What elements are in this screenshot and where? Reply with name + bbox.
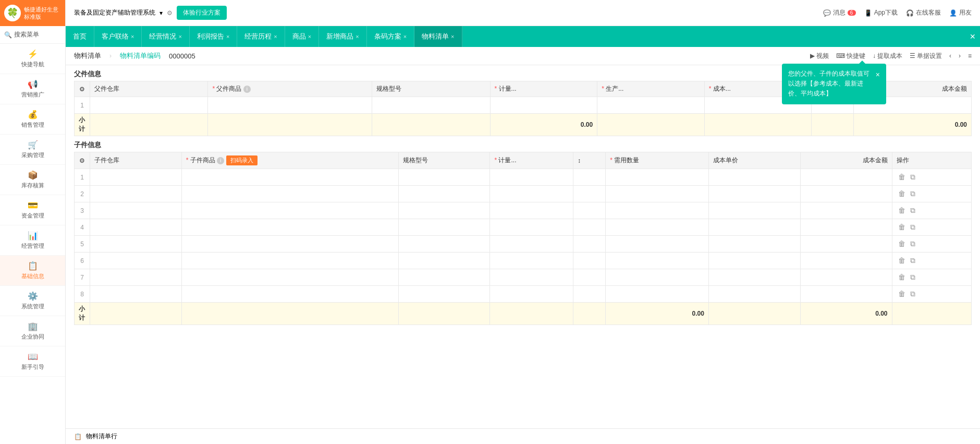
child-row-1-unit[interactable] [490,169,573,186]
child-row-2-unit-cost[interactable] [708,186,800,202]
child-row-2-product[interactable] [181,186,398,202]
child-row-7-unit[interactable] [490,269,573,286]
tab-close-bom[interactable]: × [451,33,454,40]
child-row-4-unit-cost[interactable] [708,219,800,236]
scan-input-btn[interactable]: 扫码录入 [226,155,258,165]
child-row-6-product[interactable] [181,253,398,269]
tab-add-goods[interactable]: 新增商品 × [319,26,366,47]
sidebar-item-basic-info[interactable]: 📋 基础信息 [0,256,65,286]
child-row-2-copy-btn[interactable]: ⧉ [909,189,917,198]
child-row-6-unit-cost[interactable] [708,253,800,269]
child-row-5-product[interactable] [181,236,398,253]
settings-icon[interactable]: ⚙ [167,9,173,17]
child-row-6-unit[interactable] [490,253,573,269]
online-service-btn[interactable]: 🎧 在线客服 [906,8,941,17]
child-row-3-unit[interactable] [490,202,573,219]
child-row-3-warehouse[interactable] [90,202,182,219]
message-btn[interactable]: 💬 消息 6 [823,8,856,17]
breadcrumb-parent[interactable]: 物料清单 [74,51,101,61]
child-row-5-unit[interactable] [490,236,573,253]
tab-goods[interactable]: 商品 × [285,26,319,47]
child-row-2-unit[interactable] [490,186,573,202]
single-setting-btn[interactable]: ☰ 单据设置 [910,52,942,61]
parent-row-1-unit[interactable] [490,97,597,114]
child-row-1-delete-btn[interactable]: 🗑 [897,173,907,181]
tab-customer[interactable]: 客户联络 × [94,26,142,47]
child-row-6-delete-btn[interactable]: 🗑 [897,256,907,265]
child-row-1-quantity[interactable] [606,169,709,186]
child-row-7-copy-btn[interactable]: ⧉ [909,273,917,281]
video-btn[interactable]: ▶ 视频 [810,52,829,61]
child-row-1-unit-cost[interactable] [708,169,800,186]
child-row-7-delete-btn[interactable]: 🗑 [897,273,907,281]
tab-close-profit[interactable]: × [226,33,229,40]
child-row-2-warehouse[interactable] [90,186,182,202]
tab-home[interactable]: 首页 [66,26,94,47]
sidebar-item-finance[interactable]: 💳 资金管理 [0,195,65,225]
child-row-8-unit-cost[interactable] [708,286,800,303]
prev-btn[interactable]: ‹ [949,52,951,59]
tab-close-operation-status[interactable]: × [178,33,181,40]
parent-product-info-icon[interactable]: i [243,86,251,93]
child-row-4-product[interactable] [181,219,398,236]
parent-row-1-warehouse[interactable] [90,97,208,114]
child-row-8-quantity[interactable] [606,286,709,303]
next-btn[interactable]: › [959,52,961,59]
child-product-info-icon[interactable]: i [217,157,224,164]
child-row-7-warehouse[interactable] [90,269,182,286]
sidebar-item-purchase[interactable]: 🛒 采购管理 [0,135,65,165]
child-row-4-unit[interactable] [490,219,573,236]
child-row-4-quantity[interactable] [606,219,709,236]
child-row-5-copy-btn[interactable]: ⧉ [909,239,917,248]
parent-row-1-spec[interactable] [372,97,490,114]
child-row-4-spec[interactable] [398,219,490,236]
child-row-1-product[interactable] [181,169,398,186]
parent-col-settings[interactable]: ⚙ [75,81,90,97]
tab-profit-report[interactable]: 利润报告 × [190,26,237,47]
search-menu[interactable]: 🔍 搜索菜单 [0,26,65,44]
sidebar-item-guide[interactable]: 📖 新手引导 [0,346,65,377]
child-row-8-delete-btn[interactable]: 🗑 [897,290,907,298]
child-row-2-spec[interactable] [398,186,490,202]
child-row-5-unit-cost[interactable] [708,236,800,253]
child-row-4-warehouse[interactable] [90,219,182,236]
parent-row-1-product[interactable] [208,97,372,114]
tab-operation-process[interactable]: 经营历程 × [237,26,285,47]
tab-close-barcode[interactable]: × [403,33,407,40]
child-row-6-quantity[interactable] [606,253,709,269]
sidebar-item-inventory[interactable]: 📦 库存核算 [0,165,65,195]
child-row-8-copy-btn[interactable]: ⧉ [909,290,917,298]
parent-row-1-production[interactable] [597,97,705,114]
tab-barcode[interactable]: 条码方案 × [367,26,414,47]
child-row-7-spec[interactable] [398,269,490,286]
tab-close-customer[interactable]: × [131,33,134,40]
tab-close-add-goods[interactable]: × [356,33,359,40]
sidebar-item-enterprise[interactable]: 🏢 企业协同 [0,316,65,346]
child-row-3-quantity[interactable] [606,202,709,219]
child-row-6-spec[interactable] [398,253,490,269]
child-row-5-warehouse[interactable] [90,236,182,253]
sidebar-item-quick-nav[interactable]: ⚡ 快捷导航 [0,44,65,74]
child-row-3-delete-btn[interactable]: 🗑 [897,206,907,214]
child-row-3-product[interactable] [181,202,398,219]
child-row-6-warehouse[interactable] [90,253,182,269]
trial-btn[interactable]: 体验行业方案 [177,6,227,20]
sidebar-item-marketing[interactable]: 📢 营销推广 [0,74,65,104]
tab-bom[interactable]: 物料清单 × [414,26,462,47]
child-row-5-delete-btn[interactable]: 🗑 [897,239,907,248]
tab-close-goods[interactable]: × [308,33,311,40]
child-row-8-warehouse[interactable] [90,286,182,303]
child-row-5-spec[interactable] [398,236,490,253]
close-all-tabs[interactable]: ✕ [965,32,980,41]
child-row-3-copy-btn[interactable]: ⧉ [909,206,917,214]
sidebar-item-operation[interactable]: 📊 经营管理 [0,225,65,256]
tab-close-process[interactable]: × [274,33,277,40]
dropdown-icon[interactable]: ▾ [160,9,163,17]
child-row-1-copy-btn[interactable]: ⧉ [909,173,917,181]
child-row-1-warehouse[interactable] [90,169,182,186]
child-row-7-unit-cost[interactable] [708,269,800,286]
app-download-btn[interactable]: 📱 App下载 [864,8,898,17]
sidebar-item-sales[interactable]: 💰 销售管理 [0,104,65,135]
extract-cost-btn[interactable]: ↓ 提取成本 [873,52,902,61]
shortcut-btn[interactable]: ⌨ 快捷键 [836,52,865,61]
